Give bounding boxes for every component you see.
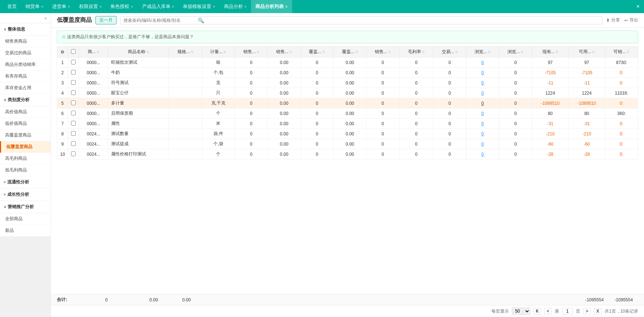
row-select-checkbox[interactable] (71, 141, 76, 146)
sidebar-item-sales-products[interactable]: 销售类商品 (0, 36, 51, 47)
nav-tab-sales[interactable]: 销货单 × (21, 0, 48, 13)
col-settings[interactable]: ⚙ (57, 47, 68, 58)
col-unit-header[interactable]: 计量...⇅ (202, 47, 235, 58)
row-checkbox[interactable] (68, 129, 79, 139)
nav-tab-analysis-close[interactable]: × (244, 4, 247, 9)
row-checkbox[interactable] (68, 139, 79, 149)
col-coverage1-header[interactable]: 覆盖...⇅ (301, 47, 333, 58)
row-browse1[interactable]: 0 (466, 119, 499, 129)
col-browse1-header[interactable]: 浏览...⇅ (466, 47, 499, 58)
sidebar-section-liquidity[interactable]: > 流通性分析 (0, 176, 51, 189)
row-checkbox[interactable] (68, 149, 79, 159)
sidebar-section-category[interactable]: ∨ 类别度分析 (0, 94, 51, 106)
nav-tab-role-close[interactable]: × (131, 4, 133, 9)
row-browse1[interactable]: 0 (466, 68, 499, 78)
nav-tab-home[interactable]: 首页 (3, 0, 21, 13)
col-code-header[interactable]: 商...⇅ (79, 47, 108, 58)
row-select-checkbox[interactable] (71, 90, 76, 95)
nav-tab-analysis[interactable]: 商品分析 × (220, 0, 251, 13)
sidebar-item-traded-products[interactable]: 交易过的商品 (0, 47, 51, 59)
row-select-checkbox[interactable] (71, 111, 76, 115)
row-select-checkbox[interactable] (71, 70, 76, 75)
col-available-header[interactable]: 可用...⇅ (569, 47, 605, 58)
col-sales-amt-header[interactable]: 销售...⇅ (268, 47, 301, 58)
nav-tab-template[interactable]: 单据模板设置 × (178, 0, 219, 13)
sidebar-item-category-rate[interactable]: 商品分类动销率 (0, 59, 51, 71)
sidebar-section-overview[interactable]: ∨ 整体信息 (0, 23, 51, 36)
sidebar-item-inventory-capital[interactable]: 库存资金占用 (0, 82, 51, 94)
sidebar-item-high-profit[interactable]: 高毛利商品 (0, 153, 51, 165)
col-spec-header[interactable]: 规格...⇅ (169, 47, 202, 58)
row-browse1[interactable]: 0 (466, 88, 499, 98)
sidebar-item-low-value[interactable]: 低价值商品 (0, 118, 51, 130)
row-select-checkbox[interactable] (71, 121, 76, 126)
row-checkbox[interactable] (68, 78, 79, 88)
row-browse1[interactable]: 0 (466, 149, 499, 159)
row-select-checkbox[interactable] (71, 100, 76, 105)
nav-tab-purchase-close[interactable]: × (68, 4, 70, 9)
search-icon[interactable]: 🔍 (198, 17, 204, 23)
row-browse1[interactable]: 0 (466, 98, 499, 108)
row-checkbox[interactable] (68, 98, 79, 108)
last-page-button[interactable]: X (594, 308, 602, 314)
search-input[interactable] (123, 18, 196, 23)
share-button[interactable]: ⬆ 分享 (606, 17, 620, 23)
row-checkbox[interactable] (68, 88, 79, 98)
row-checkbox[interactable] (68, 119, 79, 129)
sidebar-item-all-products[interactable]: 全部商品 (0, 213, 51, 225)
row-checkbox[interactable] (68, 68, 79, 78)
col-coverage2-header[interactable]: 覆盖...⇅ (333, 47, 366, 58)
next-page-button[interactable]: > (583, 308, 591, 314)
nav-tab-product[interactable]: 产成品入库单 × (138, 0, 178, 13)
nav-tab-purchase[interactable]: 进货单 × (48, 0, 74, 13)
row-browse1[interactable]: 0 (466, 108, 499, 119)
row-select-checkbox[interactable] (71, 60, 76, 64)
nav-tab-analysis-list-close[interactable]: × (285, 4, 287, 9)
row-browse1[interactable]: 0 (466, 139, 499, 149)
col-checkbox-header[interactable] (68, 47, 79, 58)
prev-page-button[interactable]: < (544, 308, 552, 314)
row-browse1[interactable]: 0 (466, 78, 499, 88)
sidebar-item-high-coverage[interactable]: 高覆盖度商品 (0, 130, 51, 141)
row-browse1[interactable]: 0 (466, 58, 499, 68)
data-table-wrapper[interactable]: ⚙ 商...⇅ 商品名称⇅ 规格...⇅ 计量...⇅ 销售...⇅ 销售...… (51, 46, 644, 294)
row-checkbox[interactable] (68, 108, 79, 119)
col-name-header[interactable]: 商品名称⇅ (108, 47, 169, 58)
filter-period-button[interactable]: 近一月 (95, 16, 117, 24)
nav-tab-template-close[interactable]: × (213, 4, 215, 9)
sidebar-section-marketing[interactable]: ∨ 营销推广分析 (0, 201, 51, 213)
sidebar-item-high-value[interactable]: 高价值商品 (0, 106, 51, 118)
sidebar-item-new-products[interactable]: 新品 (0, 225, 51, 237)
col-gross-header[interactable]: 毛利率⇅ (399, 47, 433, 58)
first-page-button[interactable]: K (533, 308, 541, 314)
nav-tab-purchase-label: 进货单 (52, 3, 66, 10)
col-curr-stock-header[interactable]: 现有...⇅ (532, 47, 568, 58)
col-sales-pct-header[interactable]: 销售...⇅ (366, 47, 399, 58)
nav-tab-permission-close[interactable]: × (99, 4, 102, 9)
col-saleable-header[interactable]: 可销...⇅ (605, 47, 638, 58)
sidebar-item-low-profit[interactable]: 低毛利商品 (0, 165, 51, 176)
nav-tab-permission[interactable]: 权限设置 × (75, 0, 106, 13)
col-browse2-header[interactable]: 浏览...⇅ (499, 47, 532, 58)
nav-tab-role[interactable]: 角色授权 × (106, 0, 137, 13)
sidebar-collapse-button[interactable]: « (44, 15, 47, 21)
sidebar-section-growth[interactable]: > 成长性分析 (0, 189, 51, 201)
row-select-checkbox[interactable] (71, 80, 76, 85)
page-number-input[interactable] (562, 308, 573, 314)
sidebar-item-low-coverage[interactable]: 低覆盖度商品 (0, 141, 51, 153)
close-all-tabs-button[interactable]: × (636, 3, 640, 10)
row-browse1[interactable]: 0 (466, 129, 499, 139)
nav-tab-product-close[interactable]: × (172, 4, 174, 9)
sidebar-item-stocked-products[interactable]: 有库存商品 (0, 71, 51, 82)
select-all-checkbox[interactable] (71, 49, 76, 54)
col-sales-qty-header[interactable]: 销售...⇅ (235, 47, 267, 58)
nav-tab-analysis-list[interactable]: 商品分析列表 × (251, 0, 292, 13)
row-select-checkbox[interactable] (71, 131, 76, 136)
col-transaction-header[interactable]: 交易...⇅ (433, 47, 466, 58)
row-select-checkbox[interactable] (71, 151, 76, 156)
row-checkbox[interactable] (68, 58, 79, 68)
export-button[interactable]: ↩ 导出 (624, 17, 638, 23)
page-size-select[interactable]: 50 100 200 (512, 308, 530, 315)
row-browse2: 0 (499, 58, 532, 68)
nav-tab-sales-close[interactable]: × (41, 4, 43, 9)
